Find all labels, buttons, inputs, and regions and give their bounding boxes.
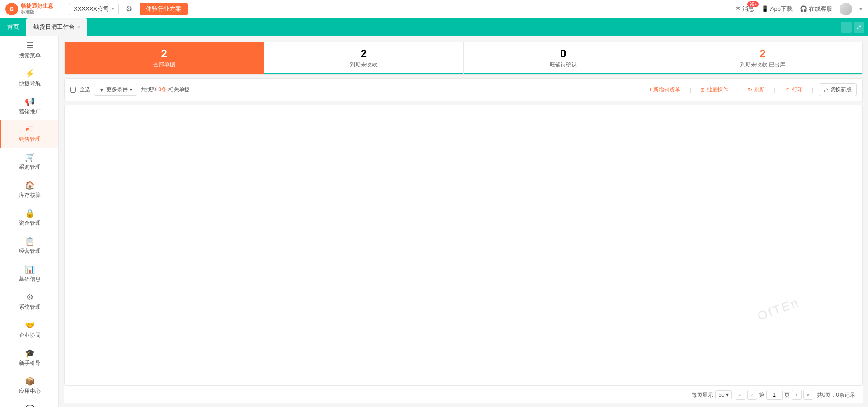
next-page-button[interactable]: › [792, 390, 802, 400]
wechat-icon: 💬 [25, 404, 35, 407]
sidebar-item-system[interactable]: ⚙ 系统管理 [0, 288, 58, 316]
summary-cards: 2 全部单据 2 到期未收款 0 旺铺待确认 2 到期未收款 已出库 [64, 42, 863, 75]
app-name: 畅捷通好生意 [21, 3, 53, 9]
username: ▾ [859, 5, 863, 12]
sidebar-item-sales[interactable]: 🏷 销售管理 [0, 120, 58, 148]
app-version: 标准版 [21, 9, 53, 15]
summary-card-all[interactable]: 2 全部单据 [65, 42, 264, 74]
inventory-icon: 🏠 [25, 180, 35, 190]
sidebar-item-guide[interactable]: 🎓 新手引导 [0, 344, 58, 372]
first-page-button[interactable]: « [736, 390, 745, 400]
avatar[interactable] [840, 3, 852, 15]
sidebar-item-marketing[interactable]: 📢 营销推广 [0, 92, 58, 120]
app-download-label: App下载 [770, 5, 793, 13]
last-page-button[interactable]: » [803, 390, 813, 400]
filter-button[interactable]: ▼ 更多条件 ▾ [94, 84, 137, 96]
chevron-down-icon: ▾ [112, 6, 114, 11]
system-icon: ⚙ [26, 292, 33, 302]
divider: | [689, 86, 691, 93]
online-service-button[interactable]: 🎧 在线客服 [800, 5, 832, 13]
nav-tabs: 首页 钱货日清工作台 × — ⤢ [0, 18, 868, 36]
guide-icon: 🎓 [25, 348, 35, 358]
sidebar-item-finance[interactable]: 🔒 资金管理 [0, 204, 58, 232]
sidebar-item-wechat[interactable]: 💬 企业微信 [0, 400, 58, 407]
tab-actions: — ⤢ [837, 22, 868, 33]
page-navigation: « ‹ 第 页 › » [736, 390, 813, 400]
page-suffix: 页 [784, 391, 790, 399]
card-num-all: 2 [72, 47, 256, 60]
card-label-shipped: 到期未收款 已出库 [670, 61, 855, 69]
refresh-button[interactable]: ↻ 刷新 [744, 84, 769, 95]
main-layout: ☰ 搜索菜单 ⚡ 快捷导航 📢 营销推广 🏷 销售管理 🛒 采购管理 🏠 库存核… [0, 36, 868, 407]
page-number-input[interactable] [766, 390, 783, 400]
enterprise-icon: 🤝 [25, 320, 35, 330]
marketing-icon: 📢 [25, 97, 35, 107]
found-text: 共找到 0条 相关单据 [141, 86, 190, 94]
sidebar-item-enterprise[interactable]: 🤝 企业协同 [0, 316, 58, 344]
tab-qianhuoriclear[interactable]: 钱货日清工作台 × [26, 18, 87, 36]
page-size-value: 50 [718, 392, 724, 398]
batch-operation-button[interactable]: ⊞ 批量操作 [697, 84, 732, 95]
message-button[interactable]: ✉ 消息 99+ [736, 5, 754, 13]
sidebar-item-apps[interactable]: 📦 应用中心 [0, 372, 58, 400]
tab-home[interactable]: 首页 [0, 18, 26, 36]
sidebar-item-operations[interactable]: 📋 经营管理 [0, 232, 58, 260]
purchase-icon: 🛒 [25, 152, 35, 162]
sidebar: ☰ 搜索菜单 ⚡ 快捷导航 📢 营销推广 🏷 销售管理 🛒 采购管理 🏠 库存核… [0, 36, 59, 407]
app-download-button[interactable]: 📱 App下载 [761, 5, 793, 13]
switch-icon: ⇄ [824, 87, 828, 93]
tab-minimize-button[interactable]: — [841, 22, 852, 33]
batch-icon: ⊞ [700, 87, 705, 93]
message-icon: ✉ [736, 5, 741, 12]
app-logo-icon: 6 [5, 3, 18, 15]
quicknav-icon: ⚡ [25, 69, 35, 79]
download-icon: 📱 [761, 5, 769, 12]
sales-icon: 🏷 [26, 125, 34, 134]
per-page-selector: 每页显示 50 ▾ [692, 390, 731, 399]
summary-card-overdue[interactable]: 2 到期未收款 [264, 42, 463, 74]
page-size-dropdown[interactable]: 50 ▾ [715, 390, 731, 399]
card-label-overdue: 到期未收款 [271, 61, 456, 69]
sidebar-item-basicinfo[interactable]: 📊 基础信息 [0, 260, 58, 288]
company-selector[interactable]: XXXXXX公司 ▾ [69, 3, 119, 15]
page-total: 共0页，0条记录 [817, 391, 855, 399]
per-page-label: 每页显示 [692, 391, 713, 399]
select-all-checkbox[interactable] [70, 87, 76, 93]
apps-icon: 📦 [25, 376, 35, 386]
content-area: 2 全部单据 2 到期未收款 0 旺铺待确认 2 到期未收款 已出库 全选 [59, 36, 868, 407]
company-name: XXXXXX公司 [74, 5, 109, 13]
empty-state [65, 105, 862, 385]
page-size-chevron-icon: ▾ [726, 392, 729, 398]
chevron-down-icon: ▾ [130, 87, 132, 92]
add-sales-order-button[interactable]: + 新增销货单 [645, 84, 684, 95]
message-badge: 99+ [747, 1, 758, 7]
sidebar-item-inventory[interactable]: 🏠 库存核算 [0, 176, 58, 204]
page-prefix: 第 [759, 391, 764, 399]
sidebar-item-quicknav[interactable]: ⚡ 快捷导航 [0, 64, 58, 92]
summary-card-wangpu[interactable]: 0 旺铺待确认 [464, 42, 663, 74]
prev-page-button[interactable]: ‹ [747, 390, 757, 400]
print-button[interactable]: 🖨 打印 [781, 84, 807, 95]
finance-icon: 🔒 [25, 208, 35, 218]
sidebar-item-purchase[interactable]: 🛒 采购管理 [0, 148, 58, 176]
close-tab-icon[interactable]: × [77, 24, 80, 30]
trial-button[interactable]: 体验行业方案 [140, 3, 188, 15]
settings-button[interactable]: ⚙ [123, 3, 135, 15]
search-menu-icon: ☰ [26, 41, 33, 51]
filter-icon: ▼ [99, 87, 104, 93]
switch-new-version-button[interactable]: ⇄ 切换新版 [819, 83, 857, 96]
top-bar: 6 畅捷通好生意 标准版 XXXXXX公司 ▾ ⚙ 体验行业方案 ✉ 消息 99… [0, 0, 868, 18]
card-label-wangpu: 旺铺待确认 [471, 61, 656, 69]
operations-icon: 📋 [25, 236, 35, 246]
refresh-icon: ↻ [748, 87, 752, 93]
sidebar-item-search[interactable]: ☰ 搜索菜单 [0, 36, 58, 64]
online-service-label: 在线客服 [809, 5, 832, 13]
card-num-overdue: 2 [271, 47, 456, 60]
found-count: 0条 [158, 86, 167, 93]
card-num-shipped: 2 [670, 47, 855, 60]
tab-maximize-button[interactable]: ⤢ [854, 22, 864, 33]
divider4: | [812, 86, 813, 93]
card-num-wangpu: 0 [471, 47, 656, 60]
summary-card-shipped[interactable]: 2 到期未收款 已出库 [663, 42, 862, 74]
select-all-label: 全选 [80, 86, 90, 94]
